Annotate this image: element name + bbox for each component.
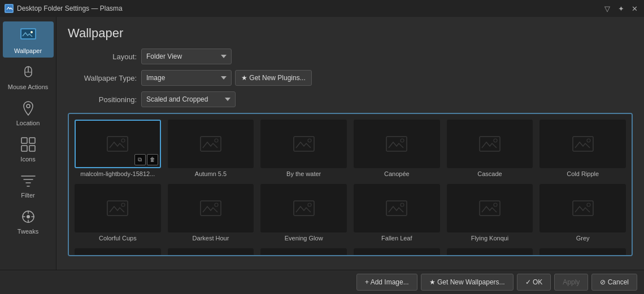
svg-rect-35 [480, 201, 500, 216]
close-button[interactable]: ✕ [629, 3, 639, 14]
wallpaper-type-select[interactable]: Image Color Slideshow [141, 70, 232, 86]
wallpaper-name: Darkest Hour [168, 235, 254, 242]
wallpaper-thumbnail [168, 120, 254, 168]
svg-point-36 [494, 203, 497, 207]
image-placeholder-icon [572, 135, 594, 152]
svg-rect-3 [21, 29, 35, 38]
ok-button[interactable]: ✓ OK [517, 274, 551, 291]
wallpaper-item[interactable]: Grey [538, 183, 627, 243]
wallpaper-item[interactable]: Colorful Cups [73, 183, 162, 243]
wallpaper-item[interactable]: Canopée [353, 119, 441, 178]
svg-point-32 [308, 203, 311, 207]
sidebar: Wallpaper Mouse Actions Location [0, 17, 56, 270]
sidebar-filter-label: Filter [21, 192, 34, 199]
wallpaper-item[interactable]: Cascade [446, 119, 534, 178]
title-bar: Desktop Folder Settings — Plasma ▽ ✦ ✕ [0, 0, 644, 17]
app-icon [5, 4, 14, 13]
wallpaper-thumbnail [447, 120, 533, 168]
wallpaper-item[interactable] [167, 247, 255, 256]
wallpaper-item[interactable]: Cold Ripple [538, 119, 627, 178]
svg-rect-10 [29, 138, 35, 143]
svg-point-26 [587, 139, 590, 142]
svg-rect-33 [386, 201, 407, 216]
sidebar-item-mouse-actions[interactable]: Mouse Actions [3, 60, 54, 94]
wallpaper-name: Autumn 5.5 [168, 170, 254, 177]
svg-rect-31 [294, 201, 314, 216]
wallpaper-item[interactable] [446, 247, 534, 256]
image-placeholder-icon [199, 200, 222, 217]
image-placeholder-icon [385, 200, 408, 217]
svg-rect-11 [21, 146, 27, 151]
svg-rect-25 [573, 137, 593, 151]
wallpaper-thumbnail [539, 248, 626, 256]
sidebar-item-wallpaper[interactable]: Wallpaper [3, 21, 54, 58]
wallpaper-item[interactable]: By the water [259, 119, 348, 178]
svg-point-14 [27, 215, 30, 218]
wallpaper-item[interactable] [538, 247, 627, 256]
bottom-bar: + Add Image... ★ Get New Wallpapers... ✓… [0, 270, 644, 294]
apply-button[interactable]: Apply [554, 274, 588, 291]
wallpaper-item[interactable]: Fallen Leaf [353, 183, 441, 243]
sidebar-icons-label: Icons [20, 156, 35, 163]
svg-point-28 [121, 203, 125, 207]
wallpaper-item[interactable]: Darkest Hour [167, 183, 255, 243]
sidebar-item-tweaks[interactable]: Tweaks [3, 204, 54, 238]
positioning-select[interactable]: Scaled and Cropped Scaled Centered Tiled… [141, 91, 236, 107]
wallpaper-actions: ⧉ 🗑 [134, 154, 158, 165]
wallpaper-icon [18, 25, 38, 45]
get-new-wallpapers-button[interactable]: ★ Get New Wallpapers... [421, 274, 514, 291]
wallpaper-item[interactable]: Autumn 5.5 [167, 119, 255, 178]
svg-point-8 [27, 104, 30, 108]
svg-point-18 [215, 139, 218, 142]
wallpaper-name: Evening Glow [260, 235, 347, 242]
sidebar-mouse-label: Mouse Actions [8, 84, 49, 90]
wallpaper-name: Fallen Leaf [354, 235, 440, 242]
minimize-button[interactable]: ▽ [602, 3, 612, 14]
wallpaper-type-label: Wallpaper Type: [68, 74, 141, 82]
svg-rect-29 [201, 201, 221, 216]
positioning-label: Positioning: [68, 95, 141, 104]
layout-select[interactable]: Folder View Desktop [141, 49, 232, 64]
wallpaper-item[interactable]: Evening Glow [259, 183, 348, 243]
wallpaper-item[interactable] [259, 247, 348, 256]
sidebar-item-icons[interactable]: Icons [3, 132, 54, 166]
wallpaper-name: malcolm-lightbody-15812... [75, 170, 161, 177]
wallpaper-name: Flying Konqui [447, 235, 533, 242]
get-plugins-button[interactable]: ★ Get New Plugins... [235, 70, 312, 86]
add-image-button[interactable]: + Add Image... [356, 274, 417, 291]
wallpaper-delete-button[interactable]: 🗑 [147, 154, 158, 165]
wallpaper-item[interactable]: ⧉ 🗑 malcolm-lightbody-15812... [73, 119, 162, 178]
image-placeholder-icon [106, 135, 129, 152]
svg-rect-21 [386, 137, 407, 151]
image-placeholder-icon [385, 135, 408, 152]
sidebar-item-filter[interactable]: Filter [3, 168, 54, 202]
sidebar-tweaks-label: Tweaks [18, 228, 38, 235]
wallpaper-name: Canopée [354, 170, 440, 177]
wallpaper-copy-button[interactable]: ⧉ [134, 154, 146, 165]
wallpaper-thumbnail [354, 248, 440, 256]
settings-button[interactable]: ✦ [616, 3, 626, 14]
wallpaper-thumbnail: ⧉ 🗑 [75, 120, 161, 168]
svg-point-30 [215, 203, 218, 207]
svg-rect-23 [480, 137, 500, 151]
wallpaper-thumbnail [75, 184, 161, 232]
wallpaper-item[interactable] [353, 247, 441, 256]
svg-rect-37 [573, 201, 593, 216]
tweaks-icon [19, 208, 37, 226]
svg-rect-17 [201, 137, 221, 151]
svg-point-16 [121, 139, 125, 142]
wallpaper-thumbnail [447, 248, 533, 256]
wallpaper-thumbnail [75, 248, 161, 256]
svg-rect-9 [21, 138, 27, 143]
sidebar-location-label: Location [16, 120, 40, 126]
wallpaper-thumbnail [539, 120, 626, 168]
image-placeholder-icon [106, 200, 129, 217]
positioning-row: Positioning: Scaled and Cropped Scaled C… [68, 91, 633, 107]
wallpaper-item[interactable] [73, 247, 162, 256]
sidebar-item-location[interactable]: Location [3, 96, 54, 130]
svg-rect-19 [294, 137, 314, 151]
image-placeholder-icon [199, 135, 222, 152]
cancel-button[interactable]: ⊘ Cancel [591, 274, 637, 291]
svg-point-22 [401, 139, 404, 142]
wallpaper-item[interactable]: Flying Konqui [446, 183, 534, 243]
